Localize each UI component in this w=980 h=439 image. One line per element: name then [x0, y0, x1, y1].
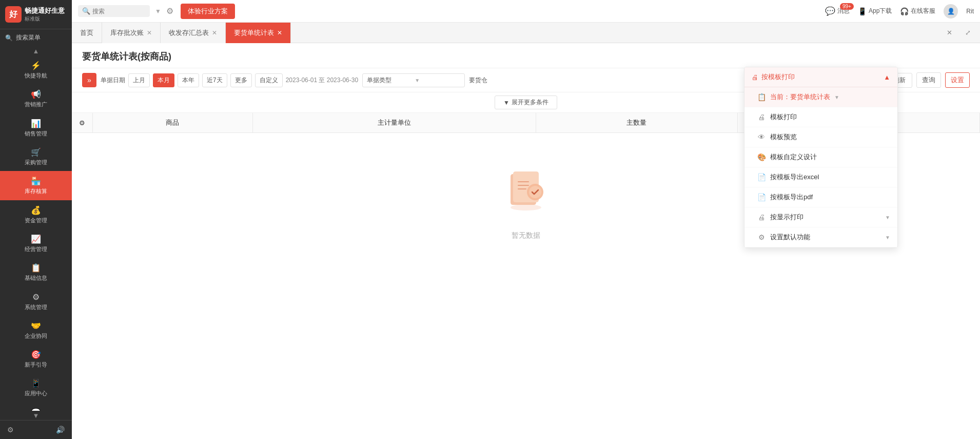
download-icon: 📱 [858, 7, 867, 15]
date-btn-this-year[interactable]: 本年 [178, 73, 199, 87]
current-template-icon: 📋 [757, 93, 766, 101]
speaker-footer-icon[interactable]: 🔊 [56, 426, 65, 434]
sidebar-footer: ⚙ 🔊 [0, 420, 72, 439]
dropdown-header: 🖨 按模板打印 ▲ [744, 67, 897, 87]
app-download-item[interactable]: 📱 App下载 [858, 7, 892, 15]
topbar-search-group: 🔍 [78, 5, 150, 17]
industry-btn[interactable]: 体验行业方案 [181, 4, 235, 19]
dropdown-item-set-default[interactable]: ⚙ 设置默认功能 ▼ [744, 227, 897, 247]
sidebar-item-sales[interactable]: 📊 销售管理 [0, 113, 72, 142]
date-btn-custom[interactable]: 自定义 [255, 73, 283, 87]
message-item[interactable]: 💬 99+ 消息 [825, 6, 850, 16]
sidebar-item-basic-info[interactable]: 📋 基础信息 [0, 258, 72, 287]
date-btn-last-month[interactable]: 上月 [128, 73, 150, 87]
dropdown-item-export-pdf[interactable]: 📄 按模板导出pdf [744, 187, 897, 207]
topbar-search-icon: 🔍 [82, 7, 90, 15]
col-quantity: 主数量 [536, 113, 738, 133]
empty-text: 暂无数据 [512, 231, 540, 240]
col-settings[interactable]: ⚙ [72, 113, 92, 133]
svg-point-0 [511, 204, 541, 211]
page-title: 要货单统计表(按商品) [82, 50, 970, 63]
doc-type-arrow-icon: ▼ [415, 78, 460, 83]
sidebar-item-corp[interactable]: 🤝 企业协同 [0, 316, 72, 345]
dropdown-collapse-arrow[interactable]: ▲ [884, 73, 890, 81]
topbar-dropdown-icon[interactable]: ▼ [155, 8, 161, 15]
tab-restore-btn[interactable]: ⤢ [961, 26, 975, 40]
export-excel-icon: 📄 [757, 173, 766, 181]
inventory-icon: 🏪 [31, 176, 41, 186]
dropdown-item-template-preview[interactable]: 👁 模板预览 [744, 127, 897, 147]
dropdown-item-template-print[interactable]: 🖨 模板打印 [744, 107, 897, 127]
dropdown-item-current[interactable]: 📋 当前：要货单统计表 ▼ [744, 87, 897, 107]
expand-more-btn[interactable]: ▼ 展开更多条件 [495, 96, 557, 109]
sidebar-item-label: 基础信息 [25, 274, 47, 281]
sidebar-item-purchase[interactable]: 🛒 采购管理 [0, 142, 72, 171]
date-btn-7days[interactable]: 近7天 [202, 73, 227, 87]
sidebar-item-marketing[interactable]: 📢 营销推广 [0, 84, 72, 113]
toolbar-expand-btn[interactable]: » [82, 73, 96, 87]
date-btn-this-month[interactable]: 本月 [153, 73, 174, 87]
export-pdf-icon: 📄 [757, 193, 766, 201]
export-excel-label: 按模板导出excel [770, 173, 819, 182]
sidebar-item-guide[interactable]: 🎯 新手引导 [0, 345, 72, 373]
doc-type-label: 单据类型 [367, 76, 413, 85]
sidebar-scroll-down[interactable]: ▼ [0, 411, 72, 420]
sidebar-item-label: 库存核算 [25, 187, 47, 195]
page-content: 要货单统计表(按商品) » 单据日期 上月 本月 本年 近7天 更多 自定义 2… [72, 43, 980, 439]
sidebar: 好 畅捷通好生意 标准版 🔍 搜索菜单 ▲ ⚡ 快捷导航 📢 营销推广 📊 销售… [0, 0, 72, 439]
user-avatar-item[interactable]: 👤 [944, 4, 958, 18]
sidebar-item-label: 快捷导航 [25, 72, 47, 79]
tab-close-receipt-summary[interactable]: ✕ [212, 30, 217, 36]
doc-type-select[interactable]: 单据类型 ▼ [362, 73, 465, 87]
dropdown-item-template-custom[interactable]: 🎨 模板自定义设计 [744, 147, 897, 167]
sidebar-item-wechat[interactable]: 💬 企业微信 [0, 403, 72, 411]
sidebar-item-finance[interactable]: 💰 资金管理 [0, 200, 72, 229]
tab-close-batch-account[interactable]: ✕ [147, 30, 152, 36]
template-custom-label: 模板自定义设计 [770, 152, 817, 162]
tab-close-window-btn[interactable]: ✕ [942, 26, 956, 40]
topbar-gear-icon[interactable]: ⚙ [166, 6, 173, 16]
sidebar-logo: 好 畅捷通好生意 标准版 [0, 0, 72, 29]
sidebar-item-operation[interactable]: 📈 经营管理 [0, 229, 72, 258]
dropdown-title: 按模板打印 [761, 72, 795, 82]
search-label: 搜索菜单 [16, 33, 41, 42]
sidebar-item-label: 系统管理 [25, 303, 47, 311]
dropdown-item-display-print[interactable]: 🖨 按显示打印 ▼ [744, 207, 897, 227]
date-filter-label: 单据日期 [101, 76, 125, 85]
set-default-label: 设置默认功能 [770, 233, 810, 242]
sidebar-item-inventory[interactable]: 🏪 库存核算 [0, 171, 72, 200]
sidebar-nav: ⚡ 快捷导航 📢 营销推广 📊 销售管理 🛒 采购管理 🏪 库存核算 💰 资金管… [0, 55, 72, 411]
topbar-right: 💬 99+ 消息 📱 App下载 🎧 在线客服 👤 Rit [825, 4, 974, 18]
query-btn[interactable]: 查询 [916, 72, 941, 88]
online-service-label: 在线客服 [911, 7, 935, 15]
app-logo-icon: 好 [5, 6, 22, 23]
system-icon: ⚙ [32, 292, 40, 302]
date-btn-more[interactable]: 更多 [230, 73, 252, 87]
sidebar-scroll-up[interactable]: ▲ [0, 46, 72, 55]
tab-close-order-stats[interactable]: ✕ [277, 30, 282, 36]
sidebar-item-app-center[interactable]: 📱 应用中心 [0, 373, 72, 402]
tab-order-stats[interactable]: 要货单统计表 ✕ [226, 23, 291, 43]
message-icon: 💬 [825, 6, 835, 16]
tab-home[interactable]: 首页 [72, 23, 102, 43]
template-preview-label: 模板预览 [770, 132, 797, 142]
settings-btn[interactable]: 设置 [945, 72, 970, 88]
current-template-label: 当前：要货单统计表 [770, 92, 830, 102]
tab-batch-account[interactable]: 库存批次账 ✕ [102, 23, 161, 43]
sidebar-item-label: 企业协同 [25, 332, 47, 339]
sidebar-item-quick-nav[interactable]: ⚡ 快捷导航 [0, 55, 72, 84]
expand-more-label: 展开更多条件 [512, 98, 548, 107]
online-service-item[interactable]: 🎧 在线客服 [900, 7, 935, 15]
sidebar-item-system[interactable]: ⚙ 系统管理 [0, 287, 72, 316]
page-header: 要货单统计表(按商品) [72, 43, 980, 68]
tab-receipt-summary[interactable]: 收发存汇总表 ✕ [161, 23, 226, 43]
username-label: Rit [966, 8, 974, 15]
sidebar-item-label: 采购管理 [25, 159, 47, 166]
display-print-label: 按显示打印 [770, 213, 803, 222]
settings-footer-icon[interactable]: ⚙ [7, 426, 14, 434]
app-center-icon: 📱 [31, 378, 41, 388]
sidebar-search[interactable]: 🔍 搜索菜单 [0, 29, 72, 46]
dropdown-item-export-excel[interactable]: 📄 按模板导出excel [744, 167, 897, 187]
topbar-search-input[interactable] [92, 8, 144, 15]
tab-label: 要货单统计表 [234, 28, 274, 37]
